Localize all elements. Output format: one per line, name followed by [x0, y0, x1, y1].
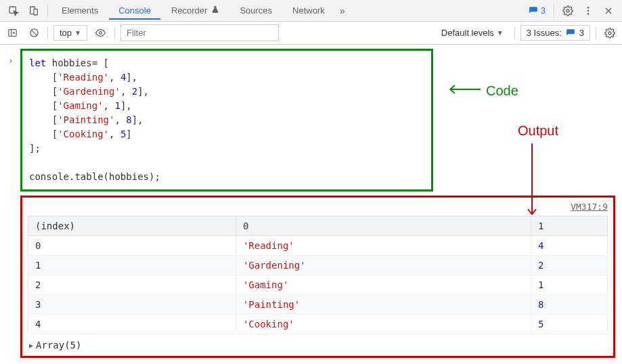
triangle-right-icon: ▶: [29, 342, 33, 349]
log-levels-label: Default levels: [441, 28, 494, 38]
device-toggle-icon[interactable]: [24, 1, 43, 20]
issues-count: 3: [579, 28, 584, 38]
annotation-code: Code: [447, 83, 518, 99]
issues-label: 3 Issues:: [527, 28, 562, 38]
svg-point-9: [99, 32, 102, 35]
annotation-output-label: Output: [518, 123, 558, 139]
svg-rect-7: [8, 30, 16, 37]
code-row: ['Reading', 4],: [29, 70, 424, 85]
chevron-down-icon: ▼: [497, 29, 504, 37]
prompt-caret-icon: ›: [8, 55, 14, 66]
svg-point-6: [587, 13, 590, 15]
table-row[interactable]: 2'Gaming'1: [28, 275, 608, 295]
tab-recorder-label: Recorder: [171, 5, 207, 16]
code-row: ['Gardening', 2],: [29, 85, 424, 99]
svg-point-3: [567, 9, 569, 12]
arrow-left-icon: [447, 83, 481, 99]
console-table: (index) 0 1 0'Reading'41'Gardening'22'Ga…: [28, 216, 608, 334]
divider: [514, 27, 515, 39]
array-summary-label: Array(5): [36, 340, 81, 350]
console-toolbar: top ▼ Default levels ▼ 3 Issues: 3: [0, 22, 622, 45]
toggle-sidebar-icon[interactable]: [4, 25, 20, 41]
divider: [554, 5, 554, 17]
svg-point-10: [608, 32, 611, 35]
live-expression-eye-icon[interactable]: [93, 25, 109, 41]
svg-point-4: [587, 7, 590, 9]
tab-network[interactable]: Network: [283, 1, 334, 20]
annotation-code-label: Code: [486, 83, 518, 99]
console-settings-gear-icon[interactable]: [602, 25, 618, 41]
table-header-0[interactable]: 0: [236, 217, 531, 236]
arrow-down-icon: [525, 143, 539, 220]
output-box: VM317:9 (index) 0 1 0'Reading'41'Gardeni…: [20, 196, 615, 358]
tab-recorder[interactable]: Recorder: [162, 1, 229, 20]
svg-point-5: [587, 9, 590, 12]
divider: [47, 27, 48, 39]
more-tabs-chevron-icon[interactable]: »: [336, 5, 349, 16]
svg-rect-2: [34, 9, 37, 15]
code-row: ['Gaming', 1],: [29, 99, 424, 113]
code-varname: hobbies= [: [46, 58, 109, 68]
flask-icon: [211, 5, 219, 16]
divider: [47, 5, 48, 17]
code-keyword: let: [29, 58, 46, 68]
devtools-tab-bar: Elements Console Recorder Sources Networ…: [0, 0, 622, 22]
issues-badge-count: 3: [541, 5, 546, 16]
close-devtools-icon[interactable]: [599, 1, 618, 20]
context-selector[interactable]: top ▼: [53, 25, 87, 41]
console-body: › let hobbies= [ ['Reading', 4], ['Garde…: [0, 49, 622, 358]
table-row[interactable]: 0'Reading'4: [28, 236, 608, 256]
code-row: ['Painting', 8],: [29, 113, 424, 127]
context-value: top: [60, 28, 72, 38]
table-header-1[interactable]: 1: [531, 217, 608, 236]
table-row[interactable]: 1'Gardening'2: [28, 256, 608, 275]
settings-gear-icon[interactable]: [558, 1, 577, 20]
tab-console[interactable]: Console: [109, 1, 160, 20]
more-menu-icon[interactable]: [579, 1, 598, 20]
issues-button[interactable]: 3 Issues: 3: [520, 25, 590, 41]
clear-console-icon[interactable]: [26, 25, 42, 41]
code-row: ['Cooking', 5]: [29, 127, 424, 141]
tab-elements[interactable]: Elements: [52, 1, 108, 20]
table-row[interactable]: 4'Cooking'5: [28, 315, 608, 334]
divider: [114, 27, 115, 39]
inspect-icon[interactable]: [4, 1, 23, 20]
tab-sources[interactable]: Sources: [230, 1, 282, 20]
annotation-output: Output: [518, 123, 558, 139]
table-row[interactable]: 3'Painting'8: [28, 295, 608, 315]
table-header-index[interactable]: (index): [28, 217, 236, 236]
issues-badge[interactable]: 3: [525, 3, 550, 18]
code-input-box[interactable]: let hobbies= [ ['Reading', 4], ['Gardeni…: [20, 49, 433, 191]
divider: [596, 27, 596, 39]
code-call: console.table(hobbies);: [29, 170, 424, 184]
chevron-down-icon: ▼: [74, 29, 81, 37]
code-close: ];: [29, 141, 424, 156]
filter-input[interactable]: [120, 24, 279, 41]
array-summary[interactable]: ▶ Array(5): [22, 337, 613, 353]
log-levels-selector[interactable]: Default levels ▼: [436, 26, 509, 40]
